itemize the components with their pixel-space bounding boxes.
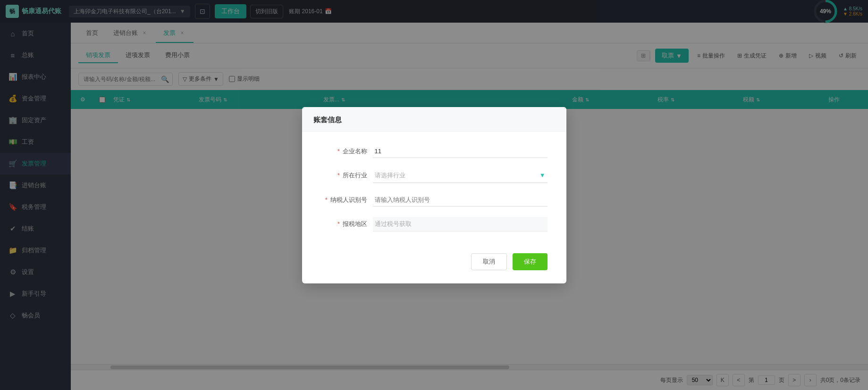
industry-label: * 所在行业 xyxy=(321,171,373,180)
company-name-input[interactable] xyxy=(373,145,548,158)
tax-id-label: * 纳税人识别号 xyxy=(321,196,373,204)
form-row-tax-region: * 报税地区 通过税号获取 xyxy=(321,217,548,232)
tax-region-input: 通过税号获取 xyxy=(373,217,548,232)
industry-dropdown-icon: ▼ xyxy=(539,172,546,179)
modal-footer: 取消 保存 xyxy=(302,253,566,283)
save-button[interactable]: 保存 xyxy=(513,253,548,270)
form-row-industry: * 所在行业 请选择行业 ▼ xyxy=(321,168,548,183)
form-row-company: * 企业名称 xyxy=(321,145,548,158)
account-info-modal: 账套信息 * 企业名称 * 所在行业 请选择行业 ▼ xyxy=(302,107,566,283)
modal-overlay: 账套信息 * 企业名称 * 所在行业 请选择行业 ▼ xyxy=(0,0,868,390)
tax-region-label: * 报税地区 xyxy=(321,220,373,228)
modal-title: 账套信息 xyxy=(313,116,342,124)
company-name-label: * 企业名称 xyxy=(321,147,373,156)
modal-body: * 企业名称 * 所在行业 请选择行业 ▼ * xyxy=(302,132,566,253)
form-row-tax-id: * 纳税人识别号 xyxy=(321,193,548,207)
industry-select[interactable]: 请选择行业 ▼ xyxy=(373,168,548,183)
cancel-button[interactable]: 取消 xyxy=(471,253,507,270)
industry-placeholder: 请选择行业 xyxy=(375,171,405,180)
modal-header: 账套信息 xyxy=(302,107,566,132)
tax-id-input[interactable] xyxy=(373,193,548,207)
